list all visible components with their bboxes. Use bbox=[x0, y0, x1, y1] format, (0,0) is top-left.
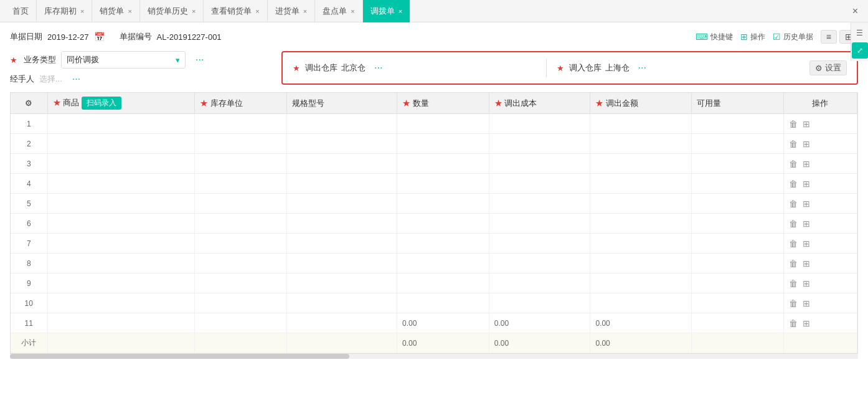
copy-icon[interactable]: ⊞ bbox=[803, 159, 810, 169]
tab-inventory-init[interactable]: 库存期初 × bbox=[37, 0, 92, 22]
warehouse-out-value[interactable]: 北京仓 bbox=[341, 62, 366, 74]
calendar-icon[interactable]: 📅 bbox=[94, 32, 105, 42]
docno-field: 单据编号 AL-20191227-001 bbox=[120, 31, 222, 42]
shortcut-button[interactable]: ⌨ 快捷键 bbox=[696, 32, 733, 42]
col-gear[interactable]: ⚙ bbox=[11, 93, 47, 114]
action-cell-11: 🗑⊞ bbox=[783, 313, 857, 333]
right-sidebar: ☰ ⤢ bbox=[851, 22, 868, 61]
col-unit: ★ 库存单位 bbox=[195, 93, 287, 114]
sidebar-expand-button[interactable]: ⤢ bbox=[852, 42, 868, 59]
subtotal-cost: 0.00 bbox=[489, 313, 590, 333]
close-icon[interactable]: × bbox=[255, 7, 259, 15]
subtotal-label: 小计 bbox=[11, 333, 47, 353]
more-dots-icon[interactable]: ··· bbox=[196, 54, 204, 65]
col-action: 操作 bbox=[783, 93, 857, 114]
subtotal-label-row: 小计 0.00 0.00 0.00 bbox=[11, 333, 857, 353]
tab-view-sales[interactable]: 查看销货单 × bbox=[204, 0, 267, 22]
close-icon[interactable]: × bbox=[128, 7, 131, 15]
warehouse-in-label: 调入仓库 bbox=[569, 62, 601, 74]
close-icon[interactable]: × bbox=[303, 7, 307, 15]
docno-value: AL-20191227-001 bbox=[157, 32, 222, 42]
delete-icon[interactable]: 🗑 bbox=[789, 259, 798, 269]
close-icon[interactable]: × bbox=[399, 7, 402, 15]
copy-icon[interactable]: ⊞ bbox=[803, 239, 810, 249]
table-row: 6 🗑⊞ bbox=[11, 214, 857, 234]
action-cell: 🗑⊞ bbox=[783, 214, 857, 234]
scroll-thumb bbox=[10, 354, 349, 359]
tab-sales-order[interactable]: 销货单 × bbox=[92, 0, 139, 22]
warehouse-out-more-icon[interactable]: ··· bbox=[374, 62, 382, 74]
amount-cell[interactable] bbox=[590, 114, 692, 134]
qty-cell[interactable] bbox=[397, 114, 489, 134]
tab-inventory-count[interactable]: 盘点单 × bbox=[315, 0, 362, 22]
subtotal-amount-2: 0.00 bbox=[590, 333, 692, 353]
copy-icon[interactable]: ⊞ bbox=[803, 139, 810, 149]
form-left: ★ 业务类型 同价调拨 ▾ ··· 经手人 选择... ··· bbox=[10, 51, 271, 85]
delete-icon[interactable]: 🗑 bbox=[789, 119, 798, 129]
required-star-in: ★ bbox=[557, 64, 564, 73]
history-icon: ☑ bbox=[773, 32, 781, 42]
row-num: 4 bbox=[11, 174, 47, 194]
sidebar-list-button[interactable]: ☰ bbox=[852, 25, 868, 41]
warehouse-in-more-icon[interactable]: ··· bbox=[638, 62, 646, 74]
handler-more-icon[interactable]: ··· bbox=[72, 74, 80, 85]
delete-icon[interactable]: 🗑 bbox=[789, 239, 798, 249]
subtotal-qty-2: 0.00 bbox=[397, 333, 489, 353]
close-icon[interactable]: × bbox=[351, 7, 354, 15]
layout-list-button[interactable]: ≡ bbox=[821, 30, 837, 44]
action-cell: 🗑⊞ bbox=[783, 234, 857, 254]
handler-input[interactable]: 选择... bbox=[39, 74, 62, 85]
delete-icon[interactable]: 🗑 bbox=[789, 179, 798, 189]
copy-icon[interactable]: ⊞ bbox=[803, 298, 810, 308]
table-row: 5 🗑⊞ bbox=[11, 194, 857, 214]
action-cell: 🗑⊞ bbox=[783, 114, 857, 134]
copy-icon[interactable]: ⊞ bbox=[803, 179, 810, 189]
copy-icon[interactable]: ⊞ bbox=[803, 199, 810, 209]
close-all-button[interactable]: × bbox=[847, 6, 863, 17]
tab-sales-history[interactable]: 销货单历史 × bbox=[140, 0, 204, 22]
delete-icon[interactable]: 🗑 bbox=[789, 199, 798, 209]
delete-icon[interactable]: 🗑 bbox=[789, 298, 798, 308]
toolbar-right: ⌨ 快捷键 ⊞ 操作 ☑ 历史单据 ≡ ⊞ bbox=[696, 30, 858, 44]
row-num: 3 bbox=[11, 154, 47, 174]
docno-label: 单据编号 bbox=[120, 31, 152, 42]
close-icon[interactable]: × bbox=[80, 7, 84, 15]
subtotal-amount: 0.00 bbox=[590, 313, 692, 333]
delete-icon[interactable]: 🗑 bbox=[789, 139, 798, 149]
delete-icon[interactable]: 🗑 bbox=[789, 219, 798, 229]
keyboard-icon: ⌨ bbox=[696, 32, 708, 42]
horizontal-scrollbar[interactable] bbox=[10, 354, 858, 359]
required-star: ★ bbox=[10, 55, 17, 65]
row-num: 9 bbox=[11, 274, 47, 293]
business-type-label: 业务类型 bbox=[24, 54, 56, 65]
tab-home[interactable]: 首页 bbox=[5, 0, 37, 22]
copy-icon[interactable]: ⊞ bbox=[803, 318, 810, 328]
business-type-select[interactable]: 同价调拨 ▾ bbox=[61, 51, 186, 69]
action-cell: 🗑⊞ bbox=[783, 154, 857, 174]
unit-cell[interactable] bbox=[195, 114, 287, 134]
delete-icon[interactable]: 🗑 bbox=[789, 159, 798, 169]
action-cell: 🗑⊞ bbox=[783, 194, 857, 214]
table-row: 9 🗑⊞ bbox=[11, 274, 857, 293]
close-icon[interactable]: × bbox=[192, 7, 196, 15]
warehouse-settings-button[interactable]: ⚙ 设置 bbox=[809, 60, 847, 75]
chevron-down-icon: ▾ bbox=[176, 55, 180, 65]
avail-cell bbox=[691, 114, 783, 134]
cost-cell[interactable] bbox=[489, 114, 590, 134]
warehouse-in-value[interactable]: 上海仓 bbox=[605, 62, 630, 74]
history-button[interactable]: ☑ 历史单据 bbox=[773, 32, 813, 42]
operation-button[interactable]: ⊞ 操作 bbox=[740, 32, 765, 42]
delete-icon[interactable]: 🗑 bbox=[789, 318, 798, 328]
copy-icon[interactable]: ⊞ bbox=[803, 219, 810, 229]
copy-icon[interactable]: ⊞ bbox=[803, 278, 810, 288]
row-11-num: 11 bbox=[11, 313, 47, 333]
action-cell: 🗑⊞ bbox=[783, 274, 857, 293]
copy-icon[interactable]: ⊞ bbox=[803, 259, 810, 269]
copy-icon[interactable]: ⊞ bbox=[803, 119, 810, 129]
product-cell[interactable] bbox=[47, 114, 194, 134]
tab-purchase[interactable]: 进货单 × bbox=[268, 0, 315, 22]
spec-cell[interactable] bbox=[286, 114, 397, 134]
scan-button[interactable]: 扫码录入 bbox=[82, 97, 121, 110]
delete-icon[interactable]: 🗑 bbox=[789, 278, 798, 288]
tab-transfer[interactable]: 调拨单 × bbox=[363, 0, 410, 22]
